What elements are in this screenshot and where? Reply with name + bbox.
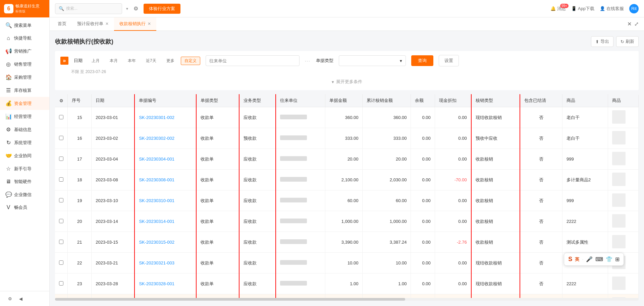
user-avatar[interactable]: Rit — [629, 4, 639, 13]
export-button[interactable]: ⬆ 导出 — [591, 36, 613, 47]
tabbar: 首页 预计应收付单 ✕ 收款核销执行 ✕ ✕ ⤢ — [50, 17, 644, 31]
tab-pre-receipt-close[interactable]: ✕ — [105, 21, 109, 26]
sidebar-item-wechat[interactable]: 💬 企业微信 — [0, 188, 49, 201]
close-window-icon[interactable]: ✕ — [627, 21, 632, 27]
collapse-icon[interactable]: ◀ — [16, 294, 25, 303]
bill-no-link[interactable]: SK-20230301-002 — [139, 115, 174, 120]
settings-icon[interactable]: ⚙ — [5, 294, 15, 303]
bill-no-link[interactable]: SK-20230302-002 — [139, 136, 174, 141]
sidebar-item-operations[interactable]: 📊 经营管理 — [0, 110, 49, 123]
sidebar-item-guide[interactable]: ☆ 新手引导 — [0, 162, 49, 175]
cell-amount: 360.00 — [325, 107, 363, 128]
bill-no-link[interactable]: SK-20230304-001 — [139, 157, 174, 162]
bill-no-link[interactable]: SK-20230328-001 — [139, 281, 174, 286]
cell-checkbox[interactable] — [55, 273, 68, 294]
bill-no-link[interactable]: SK-20230321-003 — [139, 260, 174, 265]
row-checkbox[interactable] — [59, 281, 63, 286]
more-date-button[interactable]: 更多 — [163, 57, 178, 65]
sidebar-item-search[interactable]: 🔍 搜索菜单 — [0, 19, 49, 32]
cell-partner — [276, 149, 325, 170]
horizontal-scrollbar[interactable] — [55, 298, 639, 301]
row-checkbox[interactable] — [59, 177, 63, 182]
sidebar-item-inventory[interactable]: ☰ 库存核算 — [0, 84, 49, 97]
more-filters-dots[interactable]: ··· — [305, 58, 311, 63]
cell-checkbox[interactable] — [55, 211, 68, 232]
sidebar-item-system[interactable]: ↻ 系统管理 — [0, 136, 49, 149]
expand-conditions-button[interactable]: ▾ 展开更多条件 — [60, 77, 633, 86]
experience-industry-button[interactable]: 体验行业方案 — [144, 4, 180, 14]
ime-mic-icon[interactable]: 🎤 — [586, 256, 593, 262]
table-row: 21 2023-03-15 SK-20230315-002 收款单 应收款 3,… — [55, 232, 639, 253]
tab-receipt-verify-close[interactable]: ✕ — [148, 21, 151, 26]
cell-discount: 0.00 — [435, 128, 471, 149]
bill-no-link[interactable]: SK-20230308-001 — [139, 177, 174, 182]
last-7-days-button[interactable]: 近7天 — [142, 57, 160, 65]
dropdown-arrow-icon[interactable]: ▾ — [126, 6, 128, 11]
settings-icon[interactable]: ⚙ — [132, 4, 140, 13]
sidebar-item-basic[interactable]: ⚙ 基础信息 — [0, 123, 49, 136]
cell-checkbox[interactable] — [55, 232, 68, 253]
sidebar-item-corp[interactable]: 🤝 企业协同 — [0, 149, 49, 162]
cell-checkbox[interactable] — [55, 190, 68, 211]
expand-window-icon[interactable]: ⤢ — [634, 21, 639, 27]
tab-pre-receipt[interactable]: 预计应收付单 ✕ — [72, 17, 114, 31]
avatar-image: Rit — [629, 4, 639, 13]
sidebar-item-purchase[interactable]: 🏠 采购管理 — [0, 71, 49, 84]
search-box[interactable]: 🔍 搜索... — [55, 3, 122, 14]
row-checkbox[interactable] — [59, 240, 63, 244]
tab-home[interactable]: 首页 — [52, 17, 72, 31]
cell-balance: 0.00 — [411, 253, 435, 273]
cell-checkbox[interactable] — [55, 107, 68, 128]
bill-no-link[interactable]: SK-20230314-001 — [139, 219, 174, 224]
sidebar-item-hardware[interactable]: 🖥 智能硬件 — [0, 175, 49, 188]
bill-no-link[interactable]: SK-20230310-001 — [139, 198, 174, 203]
sidebar-item-quick-nav[interactable]: ⌂ 快捷导航 — [0, 32, 49, 45]
scrollbar-thumb[interactable] — [55, 298, 405, 301]
partner-input[interactable] — [206, 55, 300, 66]
cell-goods: 2222 — [562, 211, 608, 232]
cell-checkbox[interactable] — [55, 149, 68, 170]
row-checkbox[interactable] — [59, 260, 63, 265]
cell-checkbox[interactable] — [55, 253, 68, 273]
query-button[interactable]: 查询 — [411, 55, 433, 66]
ime-keyboard-icon[interactable]: ⌨ — [595, 256, 603, 262]
customer-service-button[interactable]: 👤 在线客服 — [600, 6, 624, 12]
cell-amount: 10.00 — [325, 253, 363, 273]
bill-no-link[interactable]: SK-20230315-002 — [139, 240, 174, 245]
sidebar-item-marketing[interactable]: 📢 营销推广 — [0, 45, 49, 58]
table-wrapper[interactable]: ⚙ 序号 日期 单据编号 单据类型 业务类型 往来单位 单据金额 累计核销金额 … — [55, 94, 639, 298]
sidebar-item-member[interactable]: V 畅会员 — [0, 201, 49, 214]
col-settings-header[interactable]: ⚙ — [55, 94, 68, 107]
row-checkbox[interactable] — [59, 115, 63, 119]
bill-type-select[interactable]: ▾ — [339, 55, 406, 66]
refresh-button[interactable]: ↻ 刷新 — [616, 36, 639, 47]
row-checkbox[interactable] — [59, 136, 63, 140]
cell-accum: 360.00 — [363, 107, 411, 128]
cell-biz-type: 应收款 — [239, 149, 276, 170]
this-year-button[interactable]: 本年 — [124, 57, 140, 65]
date-range-display: 不限 至 2023-07-26 — [60, 69, 633, 75]
cell-checkbox[interactable] — [55, 170, 68, 190]
cell-checkbox[interactable] — [55, 128, 68, 149]
row-checkbox[interactable] — [59, 198, 63, 202]
data-table: ⚙ 序号 日期 单据编号 单据类型 业务类型 往来单位 单据金额 累计核销金额 … — [55, 94, 639, 298]
sidebar-item-finance[interactable]: 💰 资金管理 — [0, 97, 49, 110]
row-checkbox[interactable] — [59, 157, 63, 161]
filter-settings-button[interactable]: 设置 — [439, 55, 459, 66]
filter-toggle-button[interactable]: » — [60, 57, 68, 65]
tab-receipt-verify[interactable]: 收款核销执行 ✕ — [114, 17, 156, 31]
notification-button[interactable]: 🔔 消息 99+ — [550, 6, 566, 12]
app-download-button[interactable]: 📱 App下载 — [571, 6, 594, 12]
ime-shirt-icon[interactable]: 👕 — [606, 256, 612, 262]
ime-grid-icon[interactable]: ⊞ — [615, 256, 620, 262]
hardware-icon: 🖥 — [5, 179, 11, 185]
row-checkbox[interactable] — [59, 219, 63, 223]
custom-date-button[interactable]: 自定义 — [181, 57, 200, 65]
cell-accum: 20.00 — [363, 149, 411, 170]
cell-checkbox[interactable] — [55, 294, 68, 298]
cell-incl-settled: 否 — [520, 273, 562, 294]
this-month-button[interactable]: 本月 — [106, 57, 121, 65]
sidebar-item-sales[interactable]: ◎ 销售管理 — [0, 58, 49, 71]
last-month-button[interactable]: 上月 — [88, 57, 103, 65]
service-icon: 👤 — [600, 6, 605, 11]
